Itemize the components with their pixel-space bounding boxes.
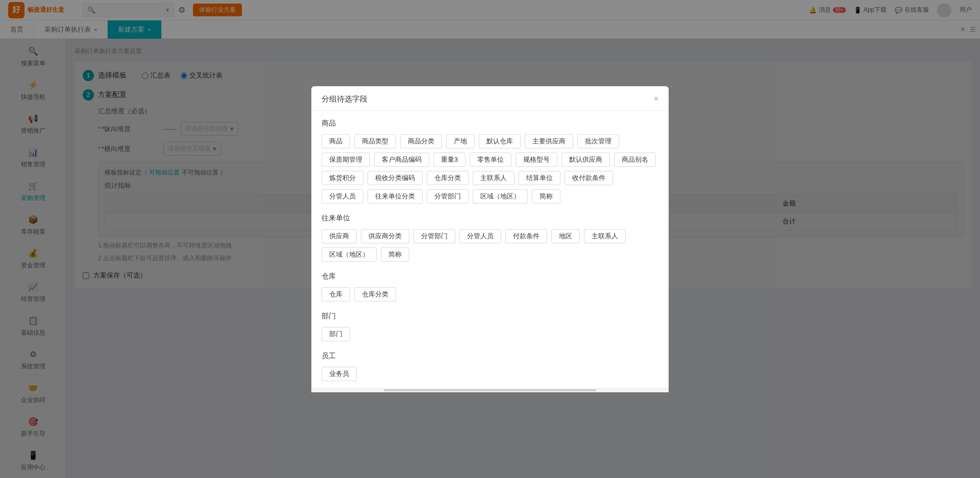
field-chips-warehouse: 仓库 仓库分类 [322,287,658,301]
field-group-partner: 往来单位 供应商 供应商分类 分管部门 分管人员 付款条件 地区 主联系人 区域… [322,214,658,262]
modal-overlay[interactable]: 分组待选字段 × 商品 商品 商品类型 商品分类 产地 默认仓库 主要供应商 批… [0,0,980,478]
field-group-staff: 员工 业务员 [322,351,658,381]
modal-header: 分组待选字段 × [311,86,669,111]
field-chip[interactable]: 分管人员 [322,189,363,204]
field-chip[interactable]: 商品分类 [400,134,442,148]
field-chips-dept: 部门 [322,327,658,341]
modal-title: 分组待选字段 [322,94,368,104]
field-chip[interactable]: 往来单位分类 [368,189,423,204]
field-chip[interactable]: 结算单位 [519,171,560,185]
field-chip[interactable]: 付款条件 [505,229,547,243]
field-chip[interactable]: 主要供应商 [525,134,573,148]
field-chip[interactable]: 部门 [322,327,350,341]
field-group-product: 商品 商品 商品类型 商品分类 产地 默认仓库 主要供应商 批次管理 保质期管理… [322,119,658,204]
field-chips-staff: 业务员 [322,367,658,381]
field-chip[interactable]: 简称 [381,247,409,262]
field-chip[interactable]: 仓库 [322,287,350,301]
field-chip[interactable]: 仓库分类 [354,287,396,301]
field-chip[interactable]: 默认供应商 [561,153,610,167]
field-chip[interactable]: 主联系人 [584,229,626,243]
field-group-dept: 部门 部门 [322,312,658,341]
field-chip[interactable]: 重量3 [433,153,465,167]
field-chip[interactable]: 分管人员 [459,229,501,243]
field-chip[interactable]: 保质期管理 [322,153,370,167]
field-chip[interactable]: 商品 [322,134,350,148]
field-chip[interactable]: 商品类型 [354,134,396,148]
field-group-title-product: 商品 [322,119,658,128]
modal-close-btn[interactable]: × [654,94,658,104]
field-chip[interactable]: 分管部门 [427,189,469,204]
field-chip[interactable]: 简称 [532,189,560,204]
modal-body: 商品 商品 商品类型 商品分类 产地 默认仓库 主要供应商 批次管理 保质期管理… [311,111,669,388]
field-chip[interactable]: 炼货积分 [322,171,363,185]
field-group-title-partner: 往来单位 [322,214,658,223]
modal-dialog: 分组待选字段 × 商品 商品 商品类型 商品分类 产地 默认仓库 主要供应商 批… [311,86,669,392]
field-chip[interactable]: 零售单位 [470,153,511,167]
field-chip[interactable]: 客户商品编码 [374,153,429,167]
field-group-title-staff: 员工 [322,351,658,361]
field-chip[interactable]: 税收分类编码 [368,171,423,185]
field-group-title-dept: 部门 [322,312,658,321]
field-chip[interactable]: 供应商分类 [361,229,409,243]
field-chip[interactable]: 区域（地区） [473,189,528,204]
field-group-warehouse: 仓库 仓库 仓库分类 [322,272,658,301]
modal-hscroll[interactable] [311,388,669,392]
field-chips-partner: 供应商 供应商分类 分管部门 分管人员 付款条件 地区 主联系人 区域（地区） … [322,229,658,262]
field-chip[interactable]: 规格型号 [516,153,557,167]
field-chips-product: 商品 商品类型 商品分类 产地 默认仓库 主要供应商 批次管理 保质期管理 客户… [322,134,658,204]
hscroll-thumb[interactable] [384,389,596,391]
field-chip[interactable]: 主联系人 [473,171,514,185]
field-chip[interactable]: 供应商 [322,229,357,243]
field-chip[interactable]: 仓库分类 [427,171,469,185]
field-chip[interactable]: 默认仓库 [479,134,521,148]
field-chip[interactable]: 批次管理 [577,134,619,148]
field-chip[interactable]: 分管部门 [413,229,455,243]
field-chip[interactable]: 收付款条件 [565,171,613,185]
field-chip[interactable]: 产地 [446,134,475,148]
field-chip[interactable]: 区域（地区） [322,247,377,262]
field-chip[interactable]: 地区 [551,229,580,243]
field-chip[interactable]: 业务员 [322,367,357,381]
field-chip[interactable]: 商品别名 [614,153,656,167]
field-group-title-warehouse: 仓库 [322,272,658,281]
